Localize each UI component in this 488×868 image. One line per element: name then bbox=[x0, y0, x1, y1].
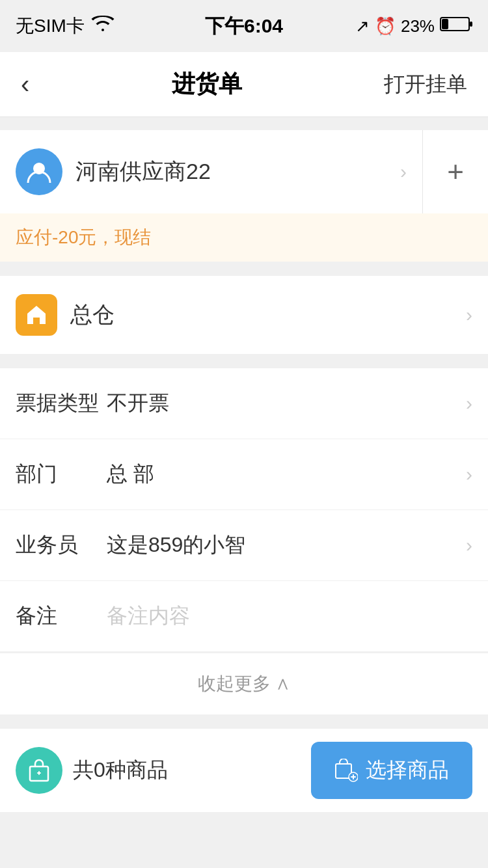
product-icon bbox=[16, 747, 62, 794]
supplier-avatar bbox=[16, 148, 62, 195]
collapse-row[interactable]: 收起更多 ∧ bbox=[0, 653, 488, 714]
supplier-chevron-icon: › bbox=[400, 161, 407, 183]
warehouse-chevron-icon: › bbox=[466, 304, 472, 326]
supplier-row[interactable]: 河南供应商22 › bbox=[0, 130, 423, 213]
warehouse-name: 总仓 bbox=[70, 300, 459, 330]
salesman-label: 业务员 bbox=[16, 531, 107, 560]
battery-icon bbox=[440, 16, 472, 37]
status-bar: 无SIM卡 下午6:04 ↗ ⏰ 23% bbox=[0, 0, 488, 52]
salesman-value: 这是859的小智 bbox=[107, 531, 459, 560]
supplier-name: 河南供应商22 bbox=[75, 157, 394, 187]
salesman-row[interactable]: 业务员 这是859的小智 › bbox=[0, 510, 488, 581]
status-left: 无SIM卡 bbox=[16, 14, 115, 38]
select-product-button[interactable]: 选择商品 bbox=[311, 742, 472, 799]
salesman-chevron-icon: › bbox=[466, 534, 472, 556]
department-chevron-icon: › bbox=[466, 463, 472, 485]
bottom-bar: 共0种商品 选择商品 bbox=[0, 729, 488, 812]
department-label: 部门 bbox=[16, 460, 107, 489]
supplier-add-button[interactable]: + bbox=[423, 156, 488, 188]
signal-text: 无SIM卡 bbox=[16, 14, 85, 38]
status-time: 下午6:04 bbox=[205, 13, 283, 40]
divider-3 bbox=[0, 354, 488, 367]
divider-2 bbox=[0, 262, 488, 275]
remark-row[interactable]: 备注 备注内容 bbox=[0, 581, 488, 651]
warehouse-icon bbox=[16, 294, 57, 336]
divider-4 bbox=[0, 714, 488, 727]
invoice-value: 不开票 bbox=[107, 389, 459, 418]
svg-rect-2 bbox=[442, 19, 448, 29]
alarm-icon: ⏰ bbox=[375, 16, 396, 36]
remark-input[interactable]: 备注内容 bbox=[107, 602, 472, 631]
invoice-row[interactable]: 票据类型 不开票 › bbox=[0, 368, 488, 439]
location-icon: ↗ bbox=[355, 16, 370, 36]
svg-rect-1 bbox=[470, 21, 472, 27]
notice-banner: 应付-20元，现结 bbox=[0, 213, 488, 262]
battery-text: 23% bbox=[401, 16, 435, 36]
svg-rect-4 bbox=[33, 318, 40, 324]
open-pending-button[interactable]: 打开挂单 bbox=[384, 70, 467, 99]
product-count-area: 共0种商品 bbox=[16, 747, 168, 794]
department-row[interactable]: 部门 总 部 › bbox=[0, 439, 488, 510]
product-count-text: 共0种商品 bbox=[73, 756, 168, 785]
wifi-icon bbox=[91, 16, 115, 37]
back-button[interactable]: ‹ bbox=[21, 70, 29, 99]
invoice-label: 票据类型 bbox=[16, 389, 107, 418]
status-right: ↗ ⏰ 23% bbox=[355, 16, 472, 37]
supplier-section: 河南供应商22 › + bbox=[0, 130, 488, 213]
remark-label: 备注 bbox=[16, 602, 107, 631]
department-value: 总 部 bbox=[107, 460, 459, 489]
divider-1 bbox=[0, 117, 488, 130]
select-product-label: 选择商品 bbox=[366, 756, 449, 785]
nav-bar: ‹ 进货单 打开挂单 bbox=[0, 52, 488, 117]
content-area bbox=[0, 812, 488, 868]
form-section: 票据类型 不开票 › 部门 总 部 › 业务员 这是859的小智 › 备注 备注… bbox=[0, 368, 488, 651]
warehouse-row[interactable]: 总仓 › bbox=[0, 276, 488, 354]
page-title: 进货单 bbox=[172, 68, 242, 100]
invoice-chevron-icon: › bbox=[466, 392, 472, 414]
collapse-button[interactable]: 收起更多 ∧ bbox=[198, 671, 291, 696]
